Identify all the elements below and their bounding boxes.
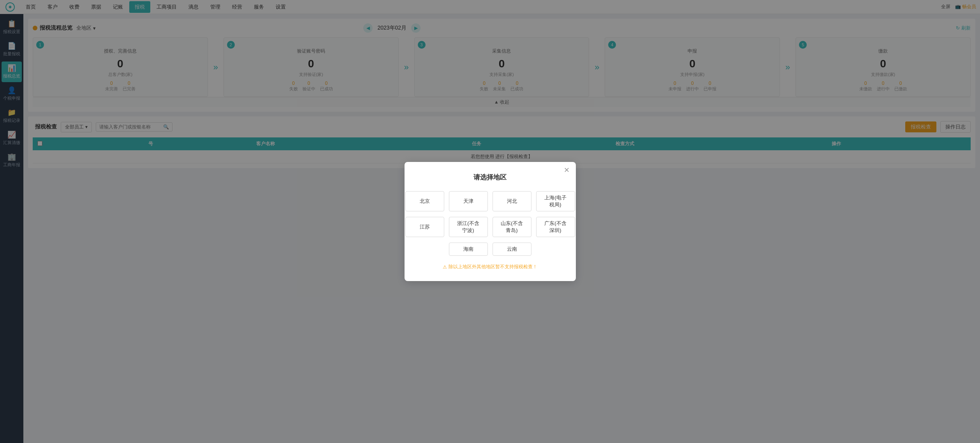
modal-title: 请选择地区 <box>417 173 563 182</box>
region-row-3: 海南 云南 <box>417 243 563 256</box>
region-btn-yunnan[interactable]: 云南 <box>493 243 531 256</box>
modal-overlay[interactable]: ✕ 请选择地区 北京 天津 河北 上海(电子税局) 江苏 浙江(不含宁波) 山东… <box>0 0 980 443</box>
region-btn-shanghai[interactable]: 上海(电子税局) <box>536 191 575 211</box>
region-btn-shandong[interactable]: 山东(不含青岛) <box>493 217 531 237</box>
region-row-2: 江苏 浙江(不含宁波) 山东(不含青岛) 广东(不含深圳) <box>417 217 563 237</box>
region-btn-beijing[interactable]: 北京 <box>405 191 444 211</box>
region-btn-hainan[interactable]: 海南 <box>449 243 488 256</box>
modal-region-grid: 北京 天津 河北 上海(电子税局) 江苏 浙江(不含宁波) 山东(不含青岛) 广… <box>417 191 563 256</box>
region-row-1: 北京 天津 河北 上海(电子税局) <box>417 191 563 211</box>
region-btn-zhejiang[interactable]: 浙江(不含宁波) <box>449 217 488 237</box>
warning-icon: ⚠ <box>443 264 447 270</box>
modal-warning: ⚠ 除以上地区外其他地区暂不支持报税检查！ <box>417 264 563 270</box>
region-btn-jiangsu[interactable]: 江苏 <box>405 217 444 237</box>
region-btn-hebei[interactable]: 河北 <box>493 191 531 211</box>
region-btn-tianjin[interactable]: 天津 <box>449 191 488 211</box>
region-modal: ✕ 请选择地区 北京 天津 河北 上海(电子税局) 江苏 浙江(不含宁波) 山东… <box>405 162 576 281</box>
region-btn-guangdong[interactable]: 广东(不含深圳) <box>536 217 575 237</box>
modal-close-button[interactable]: ✕ <box>564 167 570 174</box>
warning-text: 除以上地区外其他地区暂不支持报税检查！ <box>449 264 537 270</box>
